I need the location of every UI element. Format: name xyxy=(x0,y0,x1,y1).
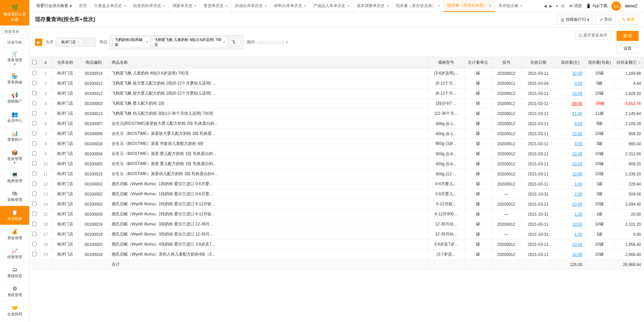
row-stock-main[interactable]: 10.00 xyxy=(555,149,585,159)
query-button[interactable]: 查询 xyxy=(616,31,639,41)
sidebar-item-ecom[interactable]: 💻电商管理 xyxy=(0,168,29,187)
tab-close-current[interactable]: ✕ xyxy=(554,4,560,8)
sidebar-item-basics[interactable]: 🗂基础信息 xyxy=(0,263,29,282)
product-tag-close[interactable]: ✕ xyxy=(223,40,225,44)
row-checkbox[interactable] xyxy=(30,99,40,109)
tab-close-material-out-history[interactable]: ✕ xyxy=(304,4,306,8)
row-stock-main[interactable]: -39.00 xyxy=(555,99,585,109)
export-button[interactable]: ↗ 导出 xyxy=(596,15,616,24)
sidebar-item-guide[interactable]: 🧭新手引导 xyxy=(0,320,29,322)
row-checkbox[interactable] xyxy=(30,159,40,169)
tab-material-out-history[interactable]: 材料出库单历史✕ xyxy=(271,0,310,12)
row-stock-main[interactable]: 10.00 xyxy=(555,219,585,229)
row-checkbox[interactable] xyxy=(30,179,40,189)
search-input[interactable] xyxy=(2,28,27,35)
row-stock-main[interactable]: 10.00 xyxy=(555,129,585,139)
quick-nav-button[interactable]: 快捷导航 xyxy=(0,38,29,47)
tab-close-demand-history[interactable]: ✕ xyxy=(225,4,228,8)
row-stock-main[interactable]: 2.00 xyxy=(555,189,585,199)
row-stock-main[interactable]: 11.00 xyxy=(555,109,585,119)
filter-expand-button[interactable]: ▶ xyxy=(35,39,42,46)
tab-more-options[interactable]: ⊟ xyxy=(560,4,566,8)
row-checkbox[interactable] xyxy=(30,199,40,209)
tab-other-out-history[interactable]: 其他出库单历史✕ xyxy=(231,0,271,12)
tabs-scroll-left[interactable]: ◀ xyxy=(542,4,548,8)
tab-close-cost-adjust-history[interactable]: ✕ xyxy=(386,4,389,8)
tab-product-in-history[interactable]: 产成品入库单历史✕ xyxy=(310,0,353,12)
sidebar-item-members[interactable]: 👥会员中心 xyxy=(0,108,29,127)
row-stock-main[interactable]: 1.00 xyxy=(555,229,585,239)
row-checkbox[interactable] xyxy=(30,219,40,229)
tab-stock-status[interactable]: 现存量（库存状况表）✕ xyxy=(392,0,444,12)
product-tag-close[interactable]: ✕ xyxy=(146,40,148,44)
color-input[interactable] xyxy=(257,41,284,44)
row-stock-main[interactable]: 3.00 xyxy=(555,139,585,149)
sidebar-item-wholesale[interactable]: 📦批发管理▼ xyxy=(0,146,29,168)
tab-batch-ledger[interactable]: 库存批次账✕ xyxy=(495,0,526,12)
warehouse-tag-close[interactable]: ✕ xyxy=(77,40,79,44)
select-all-checkbox[interactable] xyxy=(32,60,37,64)
row-stock-main[interactable]: 10.00 xyxy=(555,250,585,260)
expand-conditions-button[interactable]: ⊡ 展开更多条件 xyxy=(575,31,611,40)
tab-close-stock-status[interactable]: ✕ xyxy=(437,4,440,8)
sidebar-item-retail-mgmt[interactable]: 🛒零售管理▼ xyxy=(0,47,29,69)
sidebar-item-finance[interactable]: 💰资金管理 xyxy=(0,225,29,244)
row-checkbox[interactable] xyxy=(30,189,40,199)
tab-close-disassemble-history[interactable]: ✕ xyxy=(163,4,165,8)
product-tags-area[interactable]: 飞鹤奶粉3段两罐装✕飞鹤星飞帆 儿童奶粉 4段(3-6岁适用) 700克✕飞..… xyxy=(109,35,244,49)
account-dropdown[interactable]: 母婴行业演示账套 ▾ xyxy=(33,0,75,12)
row-stock-main[interactable]: 10.00 xyxy=(555,89,585,99)
row-checkbox[interactable] xyxy=(30,109,40,119)
sidebar-item-inventory[interactable]: 📋库存核算 xyxy=(0,206,29,225)
tab-close-batch-ledger[interactable]: ✕ xyxy=(520,4,523,8)
warehouse-tags[interactable]: 南岸门店 ✕ ... xyxy=(56,38,96,47)
row-checkbox[interactable] xyxy=(30,250,40,260)
tab-close-stock-dist[interactable]: ✕ xyxy=(489,4,491,7)
user-avatar[interactable]: Ea xyxy=(611,1,621,11)
sidebar-item-enterprise[interactable]: 🤝企业协同 xyxy=(0,301,29,320)
row-stock-main[interactable]: 10.00 xyxy=(555,239,585,250)
row-checkbox[interactable] xyxy=(30,139,40,149)
template-print-button[interactable]: 🖨 按模板打印 ▾ xyxy=(557,15,593,24)
row-checkbox[interactable] xyxy=(30,169,40,179)
row-checkbox[interactable] xyxy=(30,229,40,239)
tab-close-product-in-history[interactable]: ✕ xyxy=(347,4,350,8)
row-stock-main[interactable]: 10.00 xyxy=(555,159,585,169)
tab-cost-adjust-history[interactable]: 成本调整单历史✕ xyxy=(353,0,392,12)
row-checkbox[interactable] xyxy=(30,129,40,139)
row-stock-main[interactable]: 1.00 xyxy=(555,209,585,219)
row-checkbox[interactable] xyxy=(30,209,40,219)
setting-button[interactable]: 设置 xyxy=(616,44,639,53)
tab-close-distribute-history[interactable]: ✕ xyxy=(123,4,126,8)
row-checkbox[interactable] xyxy=(30,149,40,159)
tabs-scroll-right[interactable]: ▶ xyxy=(548,4,554,8)
tab-home[interactable]: 首页 xyxy=(75,0,91,12)
message-button[interactable]: ✉ 消息 xyxy=(569,3,582,9)
sidebar-item-marketing[interactable]: 📢营销推广 xyxy=(0,89,29,108)
app-download-button[interactable]: 📱 App下载 xyxy=(586,3,607,9)
row-checkbox[interactable] xyxy=(30,119,40,129)
row-checkbox[interactable] xyxy=(30,68,40,78)
row-checkbox[interactable] xyxy=(30,78,40,89)
row-checkbox[interactable] xyxy=(30,89,40,99)
sidebar-item-retail-shop[interactable]: 🏪零售商城 xyxy=(0,69,29,89)
sidebar-item-operations[interactable]: 📈经营管理 xyxy=(0,244,29,263)
tab-demand-history[interactable]: 要货单历史✕ xyxy=(200,0,231,12)
row-stock-main[interactable]: 10.00 xyxy=(555,199,585,209)
row-stock-main[interactable]: 1.00 xyxy=(555,179,585,189)
tab-close-mix-history[interactable]: ✕ xyxy=(194,4,197,8)
tab-mix-history[interactable]: 调拨单历史✕ xyxy=(169,0,200,12)
sidebar-item-purchase[interactable]: 🛍采购管理 xyxy=(0,187,29,206)
row-stock-main[interactable]: 10.00 xyxy=(555,169,585,179)
sidebar-item-system[interactable]: ⚙系统管理 xyxy=(0,282,29,301)
row-stock-main[interactable]: 9.00 xyxy=(555,119,585,129)
row-stock-main[interactable]: 10.00 xyxy=(555,68,585,78)
row-checkbox[interactable] xyxy=(30,239,40,250)
tab-close-other-out-history[interactable]: ✕ xyxy=(264,4,267,8)
tab-stock-dist[interactable]: 现存量（库存分布表）✕ xyxy=(444,0,495,12)
refresh-button[interactable]: ↻ 刷新 xyxy=(619,15,639,24)
tab-disassemble-history[interactable]: 组装拆卸单历史✕ xyxy=(130,0,169,12)
tab-distribute-history[interactable]: 分量盘点单历史✕ xyxy=(91,0,130,12)
warehouse-more[interactable]: ... xyxy=(83,40,87,45)
row-stock-main[interactable]: 0.00 xyxy=(555,78,585,89)
